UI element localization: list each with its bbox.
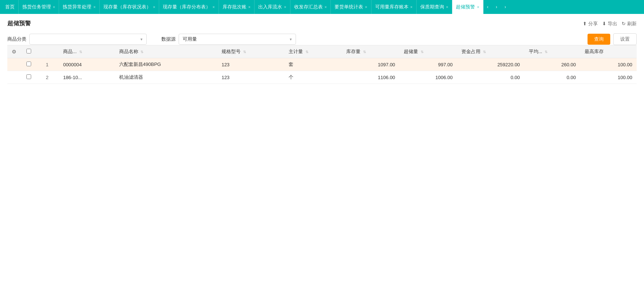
td-product-name: 机油滤清器 — [115, 71, 217, 84]
select-all-checkbox[interactable] — [26, 49, 31, 53]
td-row-num: 2 — [36, 71, 59, 84]
close-icon[interactable]: × — [212, 5, 215, 9]
nav-item-quality-check[interactable]: 保质期查询 × — [417, 0, 452, 14]
close-icon[interactable]: × — [477, 5, 479, 9]
nav-item-stock-dist[interactable]: 现存量（库存分布表） × — [159, 0, 219, 14]
close-icon[interactable]: × — [410, 5, 413, 9]
th-max-stock[interactable]: 最高库存 — [580, 45, 637, 58]
th-checkbox[interactable] — [22, 45, 36, 58]
settings-button[interactable]: 设置 — [613, 33, 637, 45]
close-icon[interactable]: × — [53, 5, 55, 9]
td-avg: 260.00 — [524, 58, 581, 71]
datasource-filter: 数据源 可用量 ▾ — [161, 34, 296, 45]
category-label: 商品分类 — [7, 36, 26, 42]
top-nav: 首页 拣货任务管理 × 拣货异常处理 × 现存量（库存状况表） × 现存量（库存… — [0, 0, 644, 14]
data-table: ⚙ 商品... ⇅ 商品名称 ⇅ 规格型号 ⇅ — [7, 45, 637, 84]
th-spec[interactable]: 规格型号 ⇅ — [217, 45, 284, 58]
td-spec: 123 — [217, 58, 284, 71]
datasource-value: 可用量 — [183, 36, 197, 42]
nav-more-arrow[interactable]: › — [501, 0, 510, 14]
td-overstock-qty: 997.00 — [399, 58, 457, 71]
share-icon: ⬆ — [583, 21, 587, 26]
query-button[interactable]: 查询 — [588, 34, 610, 45]
td-gear — [7, 71, 22, 84]
sort-icon: ⇅ — [140, 50, 143, 54]
td-unit: 套 — [284, 58, 342, 71]
nav-item-inout-flow[interactable]: 出入库流水 × — [255, 0, 290, 14]
close-icon[interactable]: × — [248, 5, 250, 9]
sort-icon: ⇅ — [483, 50, 486, 54]
sort-icon: ⇅ — [545, 50, 548, 54]
td-gear — [7, 58, 22, 71]
close-icon[interactable]: × — [325, 5, 327, 9]
td-max-stock: 100.00 — [580, 71, 637, 84]
refresh-icon: ↻ — [622, 21, 626, 26]
share-button[interactable]: ⬆ 分享 — [583, 21, 598, 27]
nav-item-overstock-warn[interactable]: 超储预警 × — [452, 0, 483, 14]
close-icon[interactable]: × — [446, 5, 448, 9]
th-avg[interactable]: 平均... ⇅ — [524, 45, 581, 58]
td-unit: 个 — [284, 71, 342, 84]
sort-icon: ⇅ — [363, 50, 366, 54]
th-gear[interactable]: ⚙ — [7, 45, 22, 58]
td-checkbox[interactable] — [22, 58, 36, 71]
td-avg: 0.00 — [524, 71, 581, 84]
table-row: 1 0000004 六配套新昌490BPG 123 套 1097.00 997.… — [7, 58, 637, 71]
export-button[interactable]: ⬇ 导出 — [602, 21, 617, 27]
action-buttons: 查询 设置 — [588, 33, 637, 45]
td-capital-occ: 0.00 — [457, 71, 524, 84]
row-checkbox[interactable] — [26, 74, 31, 79]
td-capital-occ: 259220.00 — [457, 58, 524, 71]
close-icon[interactable]: × — [365, 5, 367, 9]
category-filter: 商品分类 ▾ — [7, 34, 147, 45]
nav-item-abnormal[interactable]: 拣货异常处理 × — [59, 0, 99, 14]
td-checkbox[interactable] — [22, 71, 36, 84]
sort-icon: ⇅ — [421, 50, 424, 54]
nav-item-usable-stock[interactable]: 可用量库存账本 × — [372, 0, 417, 14]
refresh-button[interactable]: ↻ 刷新 — [622, 21, 637, 27]
nav-item-recv-send[interactable]: 收发存汇总表 × — [290, 0, 331, 14]
td-product-code: 186-10... — [59, 71, 115, 84]
th-stock-qty[interactable]: 库存量 ⇅ — [342, 45, 399, 58]
chevron-down-icon: ▾ — [140, 37, 143, 42]
filter-row: 商品分类 ▾ 数据源 可用量 ▾ 查询 设置 — [7, 33, 637, 45]
close-icon[interactable]: × — [93, 5, 95, 9]
datasource-select[interactable]: 可用量 ▾ — [179, 34, 296, 45]
sort-icon: ⇅ — [243, 50, 246, 54]
nav-item-home[interactable]: 首页 — [1, 0, 19, 14]
nav-item-task-mgmt[interactable]: 拣货任务管理 × — [19, 0, 59, 14]
td-product-name: 六配套新昌490BPG — [115, 58, 217, 71]
nav-prev-arrow[interactable]: ‹ — [483, 0, 492, 14]
th-unit[interactable]: 主计量 ⇅ — [284, 45, 342, 58]
nav-item-batch-account[interactable]: 库存批次账 × — [219, 0, 255, 14]
th-product-name[interactable]: 商品名称 ⇅ — [115, 45, 217, 58]
row-checkbox[interactable] — [26, 62, 31, 66]
sort-icon: ⇅ — [305, 50, 308, 54]
page-content: 超储预警 ⬆ 分享 ⬇ 导出 ↻ 刷新 商品分类 ▾ 数据源 — [0, 14, 644, 293]
td-row-num: 1 — [36, 58, 59, 71]
header-actions: ⬆ 分享 ⬇ 导出 ↻ 刷新 — [583, 21, 637, 27]
nav-next-arrow[interactable]: › — [492, 0, 501, 14]
table-row: 2 186-10... 机油滤清器 123 个 1106.00 1006.00 … — [7, 71, 637, 84]
sort-icon: ⇅ — [79, 50, 82, 54]
table-header-row: ⚙ 商品... ⇅ 商品名称 ⇅ 规格型号 ⇅ — [7, 45, 637, 58]
td-max-stock: 100.00 — [580, 58, 637, 71]
th-capital-occ[interactable]: 资金占用 ⇅ — [457, 45, 524, 58]
gear-icon[interactable]: ⚙ — [12, 49, 17, 55]
td-stock-qty: 1106.00 — [342, 71, 399, 84]
th-overstock-qty[interactable]: 超储量 ⇅ — [399, 45, 457, 58]
close-icon[interactable]: × — [284, 5, 286, 9]
datasource-label: 数据源 — [161, 36, 176, 42]
chevron-down-icon: ▾ — [290, 37, 292, 42]
page-header: 超储预警 ⬆ 分享 ⬇ 导出 ↻ 刷新 — [7, 20, 637, 27]
nav-item-stock-status[interactable]: 现存量（库存状况表） × — [100, 0, 159, 14]
th-product-code[interactable]: 商品... ⇅ — [59, 45, 115, 58]
td-overstock-qty: 1006.00 — [399, 71, 457, 84]
category-select[interactable]: ▾ — [29, 34, 147, 45]
page-title: 超储预警 — [7, 20, 31, 27]
close-icon[interactable]: × — [153, 5, 155, 9]
td-product-code: 0000004 — [59, 58, 115, 71]
td-spec: 123 — [217, 71, 284, 84]
nav-item-order-stats[interactable]: 要货单统计表 × — [331, 0, 371, 14]
export-icon: ⬇ — [602, 21, 606, 26]
